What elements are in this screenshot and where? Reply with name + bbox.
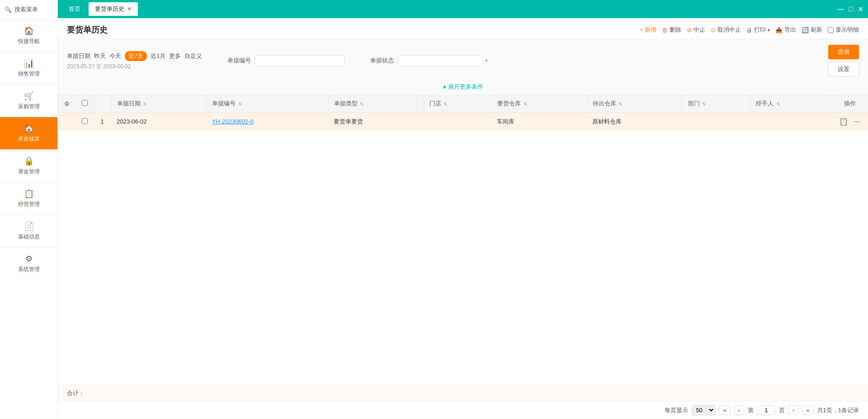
status-input[interactable] [397, 55, 483, 67]
col-doc-type-label: 单据类型 [334, 100, 358, 107]
sidebar-item-finance[interactable]: 🔒 资金管理 [0, 150, 57, 182]
delete-label: 删除 [670, 26, 681, 34]
stop-button[interactable]: ⊘ 中止 [687, 26, 705, 34]
expand-more-label: 展开更多条件 [448, 83, 483, 91]
main-area: 首页 要货单历史 ✕ — □ ✕ 要货单历史 + 新增 🗑 删除 [58, 0, 868, 419]
per-page-select[interactable]: 10 20 50 100 [692, 405, 715, 415]
print-button[interactable]: 🖨 打印 ▾ [746, 26, 770, 34]
sort-handler-icon[interactable]: ⇅ [776, 101, 780, 106]
col-doc-date-label: 单据日期 [117, 100, 141, 107]
row-edit-button[interactable]: 📋 [837, 116, 850, 127]
export-button[interactable]: 📤 导出 [775, 26, 796, 34]
tab-requisition-history-label: 要货单历史 [95, 5, 124, 13]
date-shortcut-7days[interactable]: 近7天 [125, 51, 147, 61]
next-page-button[interactable]: › [788, 405, 798, 415]
sidebar-item-quick-nav[interactable]: 🏠 快捷导航 [0, 19, 57, 52]
col-doc-date[interactable]: 单据日期 ⇅ [111, 95, 207, 113]
row-department [682, 113, 750, 131]
col-department[interactable]: 部门 ⇅ [682, 95, 750, 113]
col-pending-warehouse[interactable]: 待出仓库 ⇅ [587, 95, 682, 113]
row-req-warehouse: 车间库 [491, 113, 587, 131]
sort-req-warehouse-icon[interactable]: ⇅ [524, 101, 527, 106]
tab-requisition-history[interactable]: 要货单历史 ✕ [89, 2, 138, 16]
row-more-button[interactable]: ⋯ [852, 116, 863, 127]
col-req-warehouse[interactable]: 要货仓库 ⇅ [491, 95, 587, 113]
col-checkbox[interactable] [76, 95, 93, 113]
sort-store-icon[interactable]: ⇅ [443, 101, 447, 106]
delete-icon: 🗑 [662, 27, 668, 33]
col-doc-no-label: 单据编号 [212, 100, 236, 107]
row-checkbox[interactable] [76, 113, 93, 131]
row-actions: 📋 ⋯ [832, 113, 868, 131]
new-label: + 新增 [640, 26, 656, 34]
sidebar-item-label: 采购管理 [18, 103, 40, 110]
date-shortcut-more[interactable]: 更多 [169, 52, 181, 60]
close-button[interactable]: ✕ [858, 5, 863, 14]
col-doc-type[interactable]: 单据类型 ⇅ [328, 95, 424, 113]
expand-more-button[interactable]: ▾ 展开更多条件 [443, 83, 483, 91]
col-settings[interactable]: ⚙ [58, 95, 76, 113]
sidebar-search[interactable]: 🔍 搜索菜单 [0, 0, 57, 19]
query-button[interactable]: 查询 [828, 45, 859, 59]
sidebar-item-inventory[interactable]: 🏠 库存核算 [0, 117, 57, 150]
maximize-button[interactable]: □ [849, 5, 853, 13]
doc-no-filter-group: 单据编号 [227, 55, 345, 67]
new-button[interactable]: + 新增 [640, 26, 656, 34]
sidebar-item-sales[interactable]: 📊 销售管理 [0, 52, 57, 85]
sidebar-search-label: 搜索菜单 [14, 5, 38, 14]
display-detail-checkbox[interactable] [828, 27, 834, 33]
row-store [424, 113, 491, 131]
select-all-checkbox[interactable] [82, 100, 88, 106]
sidebar-item-basic-info[interactable]: 📄 基础信息 [0, 215, 57, 248]
date-shortcut-yesterday[interactable]: 昨天 [94, 52, 106, 60]
sort-doc-type-icon[interactable]: ⇅ [360, 101, 363, 106]
sort-doc-date-icon[interactable]: ⇅ [143, 101, 146, 106]
last-page-button[interactable]: » [802, 405, 813, 415]
date-shortcut-today[interactable]: 今天 [109, 52, 121, 60]
display-detail-toggle[interactable]: 显示明细 [828, 26, 859, 34]
col-handler[interactable]: 经手人 ⇅ [750, 95, 832, 113]
col-handler-label: 经手人 [756, 100, 774, 107]
filter-row-1: 单据日期 昨天 今天 近7天 近1月 更多 自定义 2023-05-27 至 2… [67, 45, 859, 76]
first-page-button[interactable]: « [719, 405, 730, 415]
cancel-stop-button[interactable]: ⊙ 取消中止 [711, 26, 741, 34]
sort-department-icon[interactable]: ⇅ [702, 101, 706, 106]
date-shortcut-1month[interactable]: 近1月 [151, 52, 165, 60]
col-store[interactable]: 门店 ⇅ [424, 95, 491, 113]
row-select-checkbox[interactable] [82, 118, 88, 124]
row-settings [58, 113, 76, 131]
print-label: 打印 [754, 26, 766, 34]
toolbar: + 新增 🗑 删除 ⊘ 中止 ⊙ 取消中止 🖨 打印 ▾ [640, 26, 859, 34]
date-range-text: 2023-05-27 至 2023-06-02 [67, 63, 131, 71]
sidebar-item-label: 系统管理 [18, 266, 40, 273]
settings-button[interactable]: 设置 [828, 62, 859, 76]
sort-pending-warehouse-icon[interactable]: ⇅ [618, 101, 622, 106]
sidebar-item-purchase[interactable]: 🛒 采购管理 [0, 85, 57, 117]
page-input[interactable] [757, 405, 775, 415]
sidebar-item-operation[interactable]: 📋 经营管理 [0, 182, 57, 215]
col-store-label: 门店 [429, 100, 441, 107]
search-icon: 🔍 [5, 6, 12, 13]
delete-button[interactable]: 🗑 删除 [662, 26, 681, 34]
per-page-label: 每页显示 [665, 406, 688, 414]
gear-icon: ⚙ [25, 254, 33, 264]
sort-doc-no-icon[interactable]: ⇅ [238, 101, 242, 106]
data-table: ⚙ 单据日期 ⇅ 单据编号 ⇅ 单据类型 ⇅ [58, 95, 868, 131]
col-req-warehouse-label: 要货仓库 [497, 100, 521, 107]
row-doc-no[interactable]: YH-20230602-0 [207, 113, 328, 131]
content-area: 要货单历史 + 新增 🗑 删除 ⊘ 中止 ⊙ 取消中止 🖨 [58, 18, 868, 419]
col-num [93, 95, 111, 113]
table-row: 1 2023-06-02 YH-20230602-0 要货单要货 车间库 原材料… [58, 113, 868, 131]
col-action-label: 操作 [844, 100, 856, 107]
prev-page-button[interactable]: ‹ [734, 405, 744, 415]
tab-home[interactable]: 首页 [62, 2, 87, 16]
status-dropdown-icon[interactable]: ▾ [485, 57, 488, 64]
sidebar-item-system[interactable]: ⚙ 系统管理 [0, 248, 57, 280]
refresh-button[interactable]: 🔄 刷新 [802, 26, 822, 34]
minimize-button[interactable]: — [837, 5, 844, 13]
doc-no-input[interactable] [255, 55, 345, 67]
export-label: 导出 [784, 26, 796, 34]
close-tab-icon[interactable]: ✕ [127, 6, 132, 12]
col-doc-no[interactable]: 单据编号 ⇅ [207, 95, 328, 113]
date-shortcut-custom[interactable]: 自定义 [184, 52, 202, 60]
